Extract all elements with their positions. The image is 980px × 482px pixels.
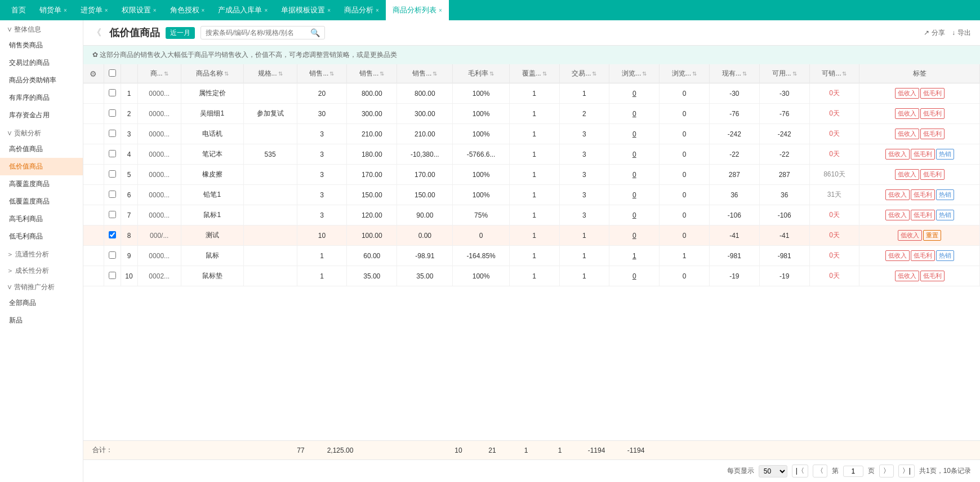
views1-link[interactable]: 0 [632, 130, 636, 138]
col-sellable[interactable]: 可销...⇅ [809, 64, 859, 83]
row-views1[interactable]: 0 [609, 225, 660, 246]
sidebar-item-low-coverage[interactable]: 低覆盖度商品 [0, 193, 83, 210]
row-checkbox[interactable] [109, 191, 116, 198]
row-checkbox[interactable] [109, 272, 116, 279]
prev-page-button[interactable]: 〈 [813, 465, 827, 477]
row-views1[interactable]: 0 [609, 124, 660, 144]
views1-link[interactable]: 0 [632, 272, 636, 280]
col-sales-avg[interactable]: 销售...⇅ [397, 64, 453, 83]
sidebar-item-high-coverage[interactable]: 高覆盖度商品 [0, 175, 83, 193]
col-code[interactable]: 商...⇅ [137, 64, 181, 83]
close-icon[interactable]: × [376, 7, 379, 14]
close-icon[interactable]: × [264, 7, 268, 14]
sidebar-item-low-margin[interactable]: 低毛利商品 [0, 228, 83, 245]
views1-link[interactable]: 0 [632, 110, 636, 118]
row-checkbox[interactable] [109, 251, 116, 259]
row-views1[interactable]: 0 [609, 205, 660, 225]
checkbox-col-header[interactable] [104, 64, 121, 83]
row-checkbox-cell[interactable] [104, 266, 121, 286]
sidebar-item-low-value[interactable]: 低价值商品 [0, 158, 83, 175]
nav-item-home[interactable]: 首页 [5, 0, 33, 20]
sidebar-item-new-products[interactable]: 新品 [0, 312, 83, 329]
nav-item-template[interactable]: 单据模板设置 × [274, 0, 337, 20]
settings-col-header[interactable]: ⚙ [83, 64, 104, 83]
sidebar-item-stock-capital[interactable]: 库存资金占用 [0, 107, 83, 124]
close-icon[interactable]: × [105, 7, 108, 14]
last-page-button[interactable]: 〉| [898, 465, 915, 477]
close-icon[interactable]: × [327, 7, 331, 14]
col-stock[interactable]: 现有...⇅ [709, 64, 759, 83]
row-checkbox-cell[interactable] [104, 246, 121, 266]
row-checkbox[interactable] [109, 170, 116, 178]
views1-link[interactable]: 0 [632, 171, 636, 179]
sidebar-group-overall[interactable]: ∨ 整体信息 [0, 20, 83, 37]
first-page-button[interactable]: |〈 [792, 465, 808, 477]
nav-item-roles[interactable]: 角色授权 × [163, 0, 212, 20]
sidebar-group-marketing[interactable]: ∨ 营销推广分析 [0, 278, 83, 294]
row-checkbox[interactable] [109, 150, 116, 157]
views1-link[interactable]: 1 [632, 252, 636, 260]
row-views1[interactable]: 0 [609, 185, 660, 205]
row-checkbox-cell[interactable] [104, 104, 121, 124]
views1-link[interactable]: 0 [632, 90, 636, 98]
search-input[interactable] [206, 29, 307, 37]
close-icon[interactable]: × [202, 7, 205, 14]
row-checkbox-cell[interactable] [104, 144, 121, 165]
page-size-select[interactable]: 50 100 200 [759, 465, 787, 477]
row-views1[interactable]: 0 [609, 144, 660, 165]
sidebar-group-contribution[interactable]: ∨ 贡献分析 [0, 124, 83, 140]
row-checkbox-cell[interactable] [104, 165, 121, 185]
row-checkbox[interactable] [109, 130, 116, 137]
sidebar-item-high-value[interactable]: 高价值商品 [0, 140, 83, 158]
share-button[interactable]: ↗ 分享 [924, 28, 945, 38]
row-checkbox-cell[interactable] [104, 205, 121, 225]
row-checkbox[interactable] [109, 109, 116, 117]
row-views1[interactable]: 1 [609, 246, 660, 266]
sidebar-item-all-products[interactable]: 全部商品 [0, 294, 83, 312]
nav-item-warehouse[interactable]: 产成品入库单 × [211, 0, 274, 20]
row-views1[interactable]: 0 [609, 83, 660, 104]
settings-icon[interactable]: ⚙ [90, 69, 97, 78]
views1-link[interactable]: 0 [632, 151, 636, 158]
page-number-input[interactable] [843, 466, 863, 477]
col-name[interactable]: 商品名称⇅ [181, 64, 243, 83]
sidebar-item-traded-products[interactable]: 交易过的商品 [0, 54, 83, 72]
sidebar-item-category-rate[interactable]: 商品分类助销率 [0, 72, 83, 89]
search-icon[interactable]: 🔍 [310, 28, 320, 37]
nav-item-sales[interactable]: 销货单 × [33, 0, 74, 20]
col-views1[interactable]: 浏览...⇅ [609, 64, 660, 83]
row-checkbox-cell[interactable] [104, 185, 121, 205]
col-available[interactable]: 可用...⇅ [759, 64, 809, 83]
select-all-checkbox[interactable] [109, 69, 116, 77]
export-button[interactable]: ↓ 导出 [952, 28, 971, 38]
table-container[interactable]: ⚙ 商...⇅ 商品名称⇅ 规格...⇅ 销售...⇅ 销售...⇅ 销售...… [83, 64, 980, 440]
row-checkbox[interactable] [109, 211, 116, 218]
sidebar-item-sales-products[interactable]: 销售类商品 [0, 37, 83, 54]
close-icon[interactable]: × [439, 7, 442, 14]
col-sales-amount[interactable]: 销售...⇅ [347, 64, 397, 83]
close-icon[interactable]: × [153, 7, 157, 14]
col-spec[interactable]: 规格...⇅ [243, 64, 297, 83]
row-checkbox[interactable] [109, 231, 116, 238]
col-coverage[interactable]: 覆盖...⇅ [509, 64, 559, 83]
views1-link[interactable]: 0 [632, 211, 636, 219]
row-checkbox-cell[interactable] [104, 225, 121, 246]
row-views1[interactable]: 0 [609, 266, 660, 286]
row-checkbox[interactable] [109, 89, 116, 96]
row-checkbox-cell[interactable] [104, 83, 121, 104]
nav-item-analysis-list[interactable]: 商品分析列表 × [386, 0, 449, 20]
row-checkbox-cell[interactable] [104, 124, 121, 144]
sidebar-collapse-button[interactable]: 《 [92, 27, 101, 39]
views1-link[interactable]: 0 [632, 232, 636, 240]
filter-tag[interactable]: 近一月 [166, 27, 195, 39]
col-transactions[interactable]: 交易...⇅ [559, 64, 609, 83]
col-gross-rate[interactable]: 毛利率⇅ [453, 64, 509, 83]
sidebar-item-with-stock[interactable]: 有库序的商品 [0, 89, 83, 107]
nav-item-permissions[interactable]: 权限设置 × [115, 0, 163, 20]
nav-item-analysis[interactable]: 商品分析 × [337, 0, 386, 20]
row-views1[interactable]: 0 [609, 104, 660, 124]
sidebar-item-high-margin[interactable]: 高毛利商品 [0, 210, 83, 228]
col-views2[interactable]: 浏览...⇅ [660, 64, 710, 83]
col-sales-qty[interactable]: 销售...⇅ [297, 64, 347, 83]
next-page-button[interactable]: 〉 [879, 465, 894, 477]
